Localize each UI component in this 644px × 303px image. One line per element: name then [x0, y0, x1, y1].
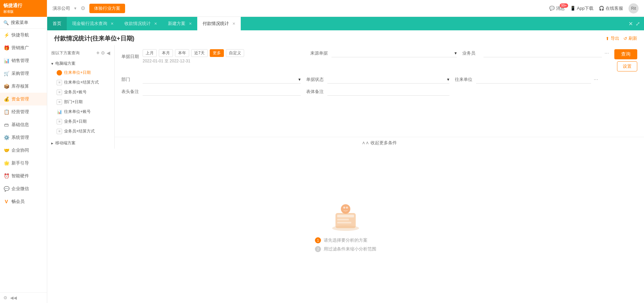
- tab-bank[interactable]: 现金银行流水查询 ✕: [67, 17, 119, 30]
- tab-bank-close-icon[interactable]: ✕: [111, 22, 114, 26]
- sidebar-item-purchase[interactable]: 🛒 采购管理: [0, 67, 47, 80]
- scheme-item-1-label: 往来单位+结算方式: [64, 80, 99, 85]
- source-label: 来源单据: [310, 50, 329, 56]
- tabbar-actions: ✕ ⤢: [628, 21, 644, 27]
- sidebar-item-cooperation[interactable]: 🤝 企业协同: [0, 144, 47, 157]
- app-version: 标准版: [3, 9, 22, 14]
- tab-payments-close-icon[interactable]: ✕: [232, 22, 235, 26]
- settings-icon[interactable]: ⚙: [3, 295, 7, 300]
- query-btn[interactable]: 查询: [614, 49, 637, 59]
- body-note-input[interactable]: [327, 88, 449, 96]
- online-service-area[interactable]: 🎧 在线客服: [599, 5, 623, 11]
- date-btn-this-month[interactable]: 本月: [159, 49, 173, 57]
- sales-icon: 📊: [3, 58, 9, 64]
- scheme-item-3[interactable]: ⊞ 部门+日期: [47, 97, 114, 107]
- collapse-sidebar-icon[interactable]: ◀◀: [10, 295, 17, 300]
- company-dropdown-icon[interactable]: ▾: [74, 6, 77, 11]
- svg-rect-3: [337, 219, 349, 220]
- sidebar-item-system[interactable]: ⚙️ 系统管理: [0, 131, 47, 144]
- date-btn-7days[interactable]: 近7天: [191, 49, 208, 57]
- svg-point-6: [343, 207, 345, 209]
- search-menu[interactable]: 🔍 搜索菜单: [0, 17, 47, 29]
- page-header: 付款情况统计(往来单位+日期) ⬆ 导出 ↺ 刷新: [47, 30, 644, 45]
- date-btn-more[interactable]: 更多: [210, 49, 224, 57]
- source-select[interactable]: ▾: [331, 49, 457, 57]
- scheme-item-0[interactable]: 往来单位+日期: [47, 68, 114, 78]
- tab-receipts[interactable]: 收款情况统计 ✕: [119, 17, 163, 30]
- hardware-label: 智能硬件: [11, 173, 29, 179]
- status-select[interactable]: ▾: [327, 75, 449, 84]
- topbar-gear-icon[interactable]: ⚙: [81, 5, 85, 11]
- system-icon: ⚙️: [3, 134, 9, 141]
- sidebar-item-basic[interactable]: 🗃 基础信息: [0, 118, 47, 131]
- user-avatar[interactable]: Rit: [628, 3, 639, 13]
- filter-right: 单据日期 上月 本月 本年 近7天 更多 自定义: [115, 45, 644, 149]
- sidebar-item-sales[interactable]: 📊 销售管理: [0, 54, 47, 67]
- app-download-area[interactable]: 📱 App下载: [570, 5, 593, 11]
- tip-num-2: 2: [315, 246, 321, 252]
- empty-tip-2: 2 用过滤条件来缩小分析范围: [315, 246, 376, 252]
- export-icon: ⬆: [606, 36, 609, 41]
- export-label: 导出: [611, 35, 619, 41]
- tab-maximize-icon[interactable]: ⤢: [636, 21, 640, 27]
- refresh-btn[interactable]: ↺ 刷新: [623, 35, 637, 41]
- tab-home[interactable]: 首页: [47, 17, 67, 30]
- date-btn-this-year[interactable]: 本年: [175, 49, 189, 57]
- scheme-item-6-label: 业务员+结算方式: [64, 128, 95, 134]
- scheme-settings-icon[interactable]: ⚙: [101, 50, 105, 56]
- dept-select[interactable]: ▾: [143, 75, 301, 84]
- collapse-up-icon: ∧∧: [362, 140, 371, 145]
- filter-item-body-note: 表体备注: [306, 88, 449, 96]
- tab-new-scheme-close-icon[interactable]: ✕: [189, 22, 192, 26]
- scheme-item-5[interactable]: ⊞ 业务员+日期: [47, 117, 114, 126]
- partner-input[interactable]: [476, 75, 591, 84]
- salesperson-input[interactable]: [484, 49, 602, 57]
- setting-btn[interactable]: 设置: [617, 61, 637, 71]
- sidebar-item-guide[interactable]: 🌟 新手引导: [0, 157, 47, 170]
- scheme-group-desktop-label: 电脑端方案: [55, 61, 76, 66]
- salesperson-dots-icon[interactable]: ···: [605, 50, 609, 56]
- sidebar-item-finance[interactable]: 💰 资金管理: [0, 93, 47, 105]
- tab-bank-label: 现金银行流水查询: [72, 21, 107, 27]
- tab-payments[interactable]: 付款情况统计 ✕: [197, 17, 241, 30]
- purchase-icon: 🛒: [3, 70, 9, 77]
- sidebar-item-hardware[interactable]: ⏰ 智能硬件: [0, 170, 47, 182]
- collapse-bar[interactable]: ∧∧ 收起更多条件: [115, 137, 644, 149]
- tab-new-scheme[interactable]: 新建方案 ✕: [163, 17, 197, 30]
- scheme-group-mobile-title[interactable]: ▸ 移动端方案: [47, 139, 114, 147]
- partner-dots-icon[interactable]: ···: [594, 77, 598, 83]
- scheme-item-0-label: 往来单位+日期: [64, 70, 91, 75]
- tab-close-all-icon[interactable]: ✕: [628, 21, 633, 27]
- notification-area[interactable]: 💬 消息 99+: [549, 5, 565, 11]
- sidebar-item-operation[interactable]: 📋 经营管理: [0, 105, 47, 118]
- scheme-group-desktop: ▾ 电脑端方案 往来单位+日期 ⊞ 往来单位+结算方式 ⊞: [47, 58, 114, 138]
- svg-rect-4: [337, 222, 351, 223]
- sidebar-item-inventory[interactable]: 📦 库存核算: [0, 80, 47, 93]
- basic-icon: 🗃: [3, 122, 9, 128]
- scheme-group-desktop-title[interactable]: ▾ 电脑端方案: [47, 59, 114, 68]
- dept-dropdown-icon: ▾: [298, 77, 301, 82]
- operation-label: 经营管理: [11, 109, 29, 115]
- scheme-collapse-icon[interactable]: ◀: [107, 50, 110, 56]
- scheme-item-1[interactable]: ⊞ 往来单位+结算方式: [47, 78, 114, 87]
- date-btn-last-month[interactable]: 上月: [143, 49, 157, 57]
- weixin-label: 企业微信: [11, 186, 29, 192]
- date-btn-custom[interactable]: 自定义: [226, 49, 244, 57]
- export-btn[interactable]: ⬆ 导出: [606, 35, 619, 41]
- refresh-icon: ↺: [623, 36, 627, 41]
- tab-receipts-close-icon[interactable]: ✕: [154, 22, 157, 26]
- sidebar-item-marketing[interactable]: 🎁 营销推广: [0, 41, 47, 54]
- guide-icon: 🌟: [3, 160, 9, 166]
- empty-tips: 1 请先选择要分析的方案 2 用过滤条件来缩小分析范围: [315, 237, 376, 252]
- scheme-item-6[interactable]: ⊞ 业务员+结算方式: [47, 126, 114, 136]
- scheme-item-3-icon: ⊞: [57, 99, 62, 105]
- sidebar-item-vip[interactable]: V 畅会员: [0, 195, 47, 208]
- scheme-item-4[interactable]: 📊 往来单位+账号: [47, 107, 114, 117]
- sidebar-item-weixin[interactable]: 💬 企业微信: [0, 182, 47, 195]
- trial-btn[interactable]: 体验行业方案: [89, 4, 125, 13]
- scheme-item-5-icon: ⊞: [57, 119, 62, 124]
- scheme-item-2[interactable]: ⊞ 业务员+账号: [47, 87, 114, 97]
- add-scheme-icon[interactable]: +: [96, 50, 99, 56]
- header-note-input[interactable]: [143, 88, 301, 96]
- sidebar-item-quicknav[interactable]: ⚡ 快捷导航: [0, 29, 47, 41]
